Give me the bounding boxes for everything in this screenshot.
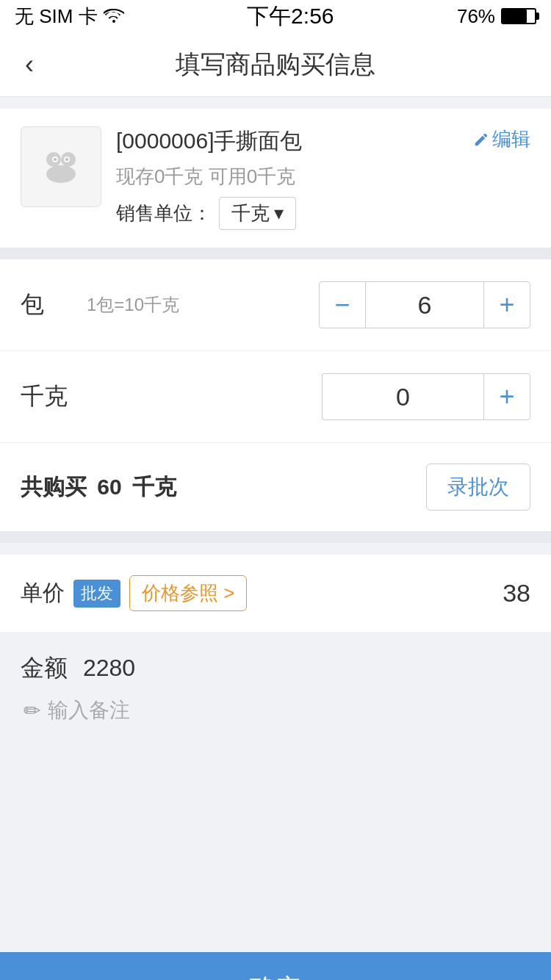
status-right: 76% (457, 5, 536, 28)
unit-label: 销售单位： (116, 201, 212, 226)
total-text: 共购买 60 千克 (21, 472, 176, 502)
pencil-icon: ✏ (24, 699, 40, 723)
product-image (21, 126, 101, 207)
kg-quantity-row: 千克 + (0, 351, 551, 443)
chevron-down-icon: ▾ (274, 202, 284, 225)
price-label: 单价 (21, 578, 65, 608)
batch-button[interactable]: 录批次 (426, 464, 530, 511)
battery-percent: 76% (457, 5, 495, 28)
product-thumbnail-icon (39, 145, 83, 189)
bag-minus-button[interactable]: − (319, 281, 366, 328)
price-section: 单价 批发 价格参照 > 38 (0, 543, 551, 632)
svg-point-5 (54, 158, 57, 161)
bag-quantity-controls: − + (319, 281, 530, 328)
product-info: [0000006]手撕面包 编辑 现存0千克 可用0千克 销售单位： 千克 ▾ (116, 126, 530, 230)
section-divider-2 (0, 531, 551, 543)
svg-point-6 (65, 158, 68, 161)
empty-space (0, 732, 551, 952)
nav-bar: ‹ 填写商品购买信息 (0, 32, 551, 97)
svg-point-2 (46, 165, 76, 183)
total-row: 共购买 60 千克 录批次 (0, 443, 551, 531)
bag-label: 包 (21, 289, 79, 321)
product-card: [0000006]手撕面包 编辑 现存0千克 可用0千克 销售单位： 千克 ▾ (0, 109, 551, 248)
price-ref-button[interactable]: 价格参照 > (129, 575, 247, 611)
battery-icon (501, 8, 536, 24)
bag-sublabel: 1包=10千克 (87, 293, 319, 317)
price-label-group: 单价 批发 价格参照 > (21, 575, 247, 611)
bag-quantity-row: 包 1包=10千克 − + (0, 259, 551, 351)
price-badge: 批发 (73, 580, 120, 608)
amount-section: 金额 2280 ✏ 输入备注 (0, 632, 551, 732)
status-bar: 无 SIM 卡 下午2:56 76% (0, 0, 551, 32)
section-divider-1 (0, 248, 551, 259)
kg-quantity-input[interactable] (322, 373, 483, 420)
product-stock: 现存0千克 可用0千克 (116, 164, 530, 190)
edit-icon (473, 131, 489, 148)
price-value: 38 (503, 579, 530, 608)
remark-placeholder: 输入备注 (48, 696, 130, 724)
bag-plus-button[interactable]: + (483, 281, 530, 328)
page-title: 填写商品购买信息 (176, 48, 375, 82)
back-button[interactable]: ‹ (18, 42, 41, 87)
kg-plus-button[interactable]: + (483, 373, 530, 420)
wifi-icon (104, 5, 124, 28)
unit-select[interactable]: 千克 ▾ (219, 197, 296, 230)
status-carrier: 无 SIM 卡 (15, 4, 124, 29)
remark-row[interactable]: ✏ 输入备注 (21, 696, 530, 724)
price-row: 单价 批发 价格参照 > 38 (0, 555, 551, 632)
edit-button[interactable]: 编辑 (473, 126, 530, 152)
product-unit-row: 销售单位： 千克 ▾ (116, 197, 530, 230)
amount-value: 2280 (83, 655, 135, 681)
amount-text: 金额 2280 (21, 652, 530, 685)
kg-quantity-controls: + (322, 373, 530, 420)
confirm-button[interactable]: 确定 (0, 952, 551, 980)
quantity-section: 包 1包=10千克 − + 千克 + 共购买 60 千克 录批次 (0, 259, 551, 531)
carrier-text: 无 SIM 卡 (15, 4, 98, 29)
kg-label: 千克 (21, 381, 79, 413)
bag-quantity-input[interactable] (366, 281, 483, 328)
product-name: [0000006]手撕面包 (116, 126, 302, 156)
status-time: 下午2:56 (124, 1, 457, 32)
